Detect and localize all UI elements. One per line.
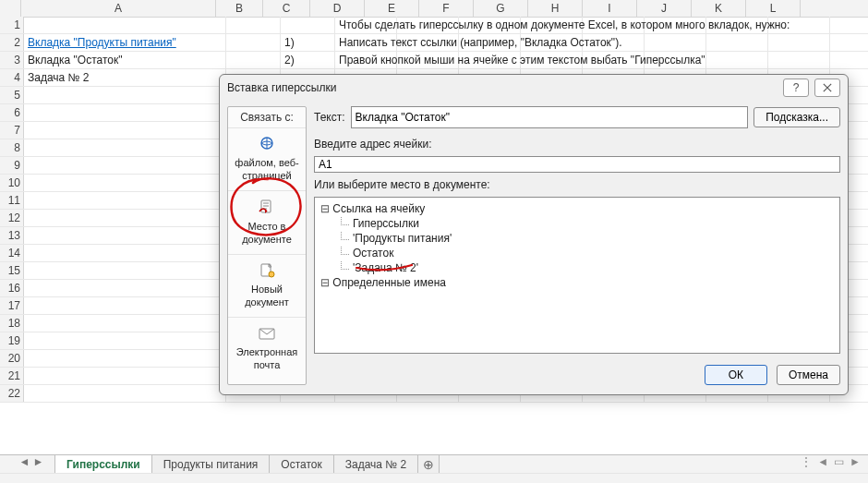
cell-value: Задача № 2 xyxy=(28,71,89,84)
cell[interactable] xyxy=(645,34,706,51)
cell[interactable] xyxy=(24,368,226,384)
row-header[interactable]: 10 xyxy=(0,175,24,191)
display-text-input[interactable] xyxy=(351,106,749,128)
tree-node[interactable]: Определенные имена xyxy=(320,275,834,290)
row-header[interactable]: 14 xyxy=(0,245,24,261)
tab-nav[interactable]: ◄► xyxy=(4,455,59,468)
cell[interactable] xyxy=(768,34,830,51)
tree-leaf[interactable]: Остаток xyxy=(320,246,834,260)
cell[interactable] xyxy=(24,175,226,191)
cell[interactable]: 1) xyxy=(281,34,335,51)
row-header[interactable]: 9 xyxy=(0,157,24,174)
cell[interactable]: Написать текст ссылки (например, "Вкладк… xyxy=(335,34,397,51)
cell[interactable] xyxy=(24,297,226,314)
link-to-place[interactable]: Место вдокументе xyxy=(228,190,306,253)
tree-leaf[interactable]: Гиперссылки xyxy=(320,216,834,231)
sheet-scroll-controls[interactable]: ⋮◄▭► xyxy=(801,455,861,468)
cell[interactable] xyxy=(830,17,868,33)
cell[interactable] xyxy=(768,52,830,68)
cell[interactable] xyxy=(24,315,226,332)
cell[interactable] xyxy=(24,385,226,402)
cell[interactable]: Правой кнопкой мыши на ячейке с этим тек… xyxy=(335,52,397,68)
row-header[interactable]: 6 xyxy=(0,104,24,121)
col-header[interactable]: J xyxy=(637,0,692,17)
cell[interactable] xyxy=(24,17,226,33)
cell[interactable]: Чтобы сделать гиперссылку в одном докуме… xyxy=(335,17,397,33)
row-header[interactable]: 22 xyxy=(0,385,24,402)
row-header[interactable]: 11 xyxy=(0,192,24,209)
cell[interactable] xyxy=(24,210,226,226)
help-button[interactable]: ? xyxy=(783,78,809,97)
cell[interactable] xyxy=(24,227,226,244)
cell[interactable] xyxy=(706,52,768,68)
cell[interactable] xyxy=(24,280,226,296)
col-header[interactable]: I xyxy=(583,0,637,17)
sheet-tab[interactable]: Гиперссылки xyxy=(54,455,152,474)
row-header[interactable]: 17 xyxy=(0,297,24,314)
row-header[interactable]: 20 xyxy=(0,350,24,367)
close-button[interactable] xyxy=(814,78,840,97)
cell[interactable] xyxy=(24,157,226,174)
cell[interactable] xyxy=(24,192,226,209)
row-header[interactable]: 12 xyxy=(0,210,24,226)
tree-leaf[interactable]: 'Задача № 2' xyxy=(320,260,834,275)
row-header[interactable]: 19 xyxy=(0,332,24,349)
cell[interactable] xyxy=(24,122,226,139)
cell-ref-input[interactable] xyxy=(314,156,840,173)
tree-node[interactable]: Ссылка на ячейку xyxy=(320,201,834,216)
cell[interactable] xyxy=(24,139,226,156)
add-sheet-button[interactable]: ⊕ xyxy=(417,455,440,474)
cell[interactable] xyxy=(24,104,226,121)
cancel-button[interactable]: Отмена xyxy=(777,365,840,385)
tree-leaf[interactable]: 'Продукты питания' xyxy=(320,231,834,246)
cell[interactable]: Вкладка "Остаток" xyxy=(24,52,226,68)
cell[interactable] xyxy=(24,87,226,103)
row-header[interactable]: 4 xyxy=(0,69,24,86)
sheet-tab[interactable]: Продукты питания xyxy=(151,455,271,474)
col-header[interactable]: E xyxy=(365,0,419,17)
row-header[interactable]: 13 xyxy=(0,227,24,244)
cell[interactable] xyxy=(281,17,335,33)
link-to-new[interactable]: Новыйдокумент xyxy=(228,254,306,317)
cell[interactable] xyxy=(24,262,226,279)
screentip-button[interactable]: Подсказка... xyxy=(753,107,840,127)
cell-value: Вкладка "Остаток" xyxy=(28,54,123,66)
col-header[interactable]: A xyxy=(21,0,216,17)
row-header[interactable]: 7 xyxy=(0,122,24,139)
sheet-tab[interactable]: Остаток xyxy=(269,455,333,474)
link-to-mail[interactable]: Электроннаяпочта xyxy=(228,317,306,380)
row-header[interactable]: 16 xyxy=(0,280,24,296)
sheet-tab[interactable]: Задача № 2 xyxy=(333,455,418,474)
cell[interactable]: 2) xyxy=(281,52,335,68)
place-tree[interactable]: Ссылка на ячейкуГиперссылки'Продукты пит… xyxy=(314,197,840,354)
row-header[interactable]: 21 xyxy=(0,368,24,384)
cell[interactable] xyxy=(830,34,868,51)
cell[interactable] xyxy=(24,350,226,367)
cell[interactable] xyxy=(226,17,281,33)
cell[interactable]: Задача № 2 xyxy=(24,69,226,86)
ok-button[interactable]: ОК xyxy=(705,365,767,385)
col-header[interactable]: B xyxy=(216,0,263,17)
cell[interactable] xyxy=(830,52,868,68)
row-header[interactable]: 1 xyxy=(0,17,24,33)
cell[interactable] xyxy=(226,52,281,68)
row-header[interactable]: 5 xyxy=(0,87,24,103)
cell[interactable] xyxy=(24,332,226,349)
col-header[interactable]: F xyxy=(419,0,474,17)
col-header[interactable]: D xyxy=(310,0,365,17)
row-header[interactable]: 8 xyxy=(0,139,24,156)
cell[interactable]: Вкладка "Продукты питания" xyxy=(24,34,226,51)
row-header[interactable]: 2 xyxy=(0,34,24,51)
cell[interactable] xyxy=(226,34,281,51)
link-to-file[interactable]: файлом, веб-страницей xyxy=(228,127,306,190)
col-header[interactable]: G xyxy=(474,0,528,17)
row-header[interactable]: 3 xyxy=(0,52,24,68)
col-header[interactable]: K xyxy=(692,0,746,17)
row-header[interactable]: 15 xyxy=(0,262,24,279)
cell[interactable] xyxy=(706,34,768,51)
row-header[interactable]: 18 xyxy=(0,315,24,332)
col-header[interactable]: H xyxy=(528,0,583,17)
col-header[interactable]: C xyxy=(263,0,310,17)
cell[interactable] xyxy=(24,245,226,261)
col-header[interactable]: L xyxy=(746,0,801,17)
